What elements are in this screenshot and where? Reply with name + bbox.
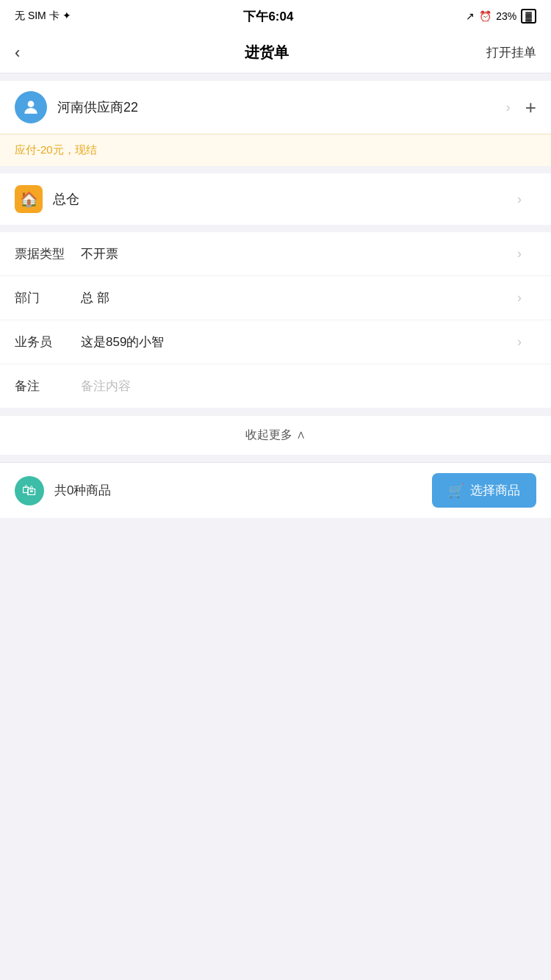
sales-row[interactable]: 业务员 这是859的小智 › [0,320,551,364]
warehouse-icon-wrap: 🏠 [15,185,43,213]
warehouse-chevron-icon: › [517,192,522,207]
page-title: 进货单 [245,43,289,62]
supplier-name: 河南供应商22 [57,98,506,116]
supplier-chevron-icon: › [506,100,511,115]
sales-chevron-icon: › [517,334,522,350]
warehouse-row[interactable]: 🏠 总仓 › [0,173,551,225]
dept-value: 总 部 [81,289,517,306]
ticket-chevron-icon: › [517,246,522,262]
form-section: 票据类型 不开票 › 部门 总 部 › 业务员 这是859的小智 › 备注 备注… [0,232,551,408]
sales-value: 这是859的小智 [81,334,517,350]
person-icon [21,98,40,117]
note-input[interactable]: 备注内容 [81,378,536,394]
warehouse-icon: 🏠 [20,190,38,208]
dept-chevron-icon: › [517,290,522,306]
status-time: 下午6:04 [243,8,293,25]
battery-icon: ▓ [521,9,536,24]
collapse-row[interactable]: 收起更多 ∧ [0,415,551,455]
dept-label: 部门 [15,289,81,306]
note-label: 备注 [15,378,81,394]
product-bag-icon: 🛍 [22,482,37,499]
status-right: ↗ ⏰ 23% ▓ [466,9,536,24]
add-supplier-button[interactable]: + [525,96,536,119]
svg-point-0 [28,101,35,107]
alarm-icon: ⏰ [479,10,491,22]
collapse-text: 收起更多 ∧ [245,428,305,443]
select-product-label: 选择商品 [470,482,520,499]
product-count: 共0种商品 [54,482,432,499]
supplier-avatar [15,91,47,123]
gray-fill-area [0,518,551,738]
dept-row[interactable]: 部门 总 部 › [0,276,551,320]
supplier-row[interactable]: 河南供应商22 › + [0,81,551,134]
section-gap-1 [0,73,551,81]
back-button[interactable]: ‹ [15,43,47,62]
select-product-button[interactable]: 🛒 选择商品 [432,473,536,508]
select-cart-icon: 🛒 [448,483,464,499]
open-pending-button[interactable]: 打开挂单 [486,44,536,61]
note-row[interactable]: 备注 备注内容 [0,364,551,408]
warehouse-name: 总仓 [53,190,517,208]
content-area: 河南供应商22 › + 应付-20元，现结 🏠 总仓 › 票据类型 不开票 › … [0,73,551,738]
ticket-label: 票据类型 [15,245,81,262]
nav-arrow-icon: ↗ [466,10,475,22]
status-left: 无 SIM 卡 ✦ [15,10,71,23]
product-icon-wrap: 🛍 [15,476,44,505]
supplier-section: 河南供应商22 › + 应付-20元，现结 [0,81,551,166]
battery-text: 23% [496,10,516,22]
sales-label: 业务员 [15,334,81,350]
notice-bar: 应付-20元，现结 [0,134,551,166]
bottom-bar: 🛍 共0种商品 🛒 选择商品 [0,462,551,518]
nav-bar: ‹ 进货单 打开挂单 [0,32,551,73]
notice-text: 应付-20元，现结 [15,143,97,156]
status-bar: 无 SIM 卡 ✦ 下午6:04 ↗ ⏰ 23% ▓ [0,0,551,32]
ticket-value: 不开票 [81,245,517,262]
ticket-row[interactable]: 票据类型 不开票 › [0,232,551,276]
